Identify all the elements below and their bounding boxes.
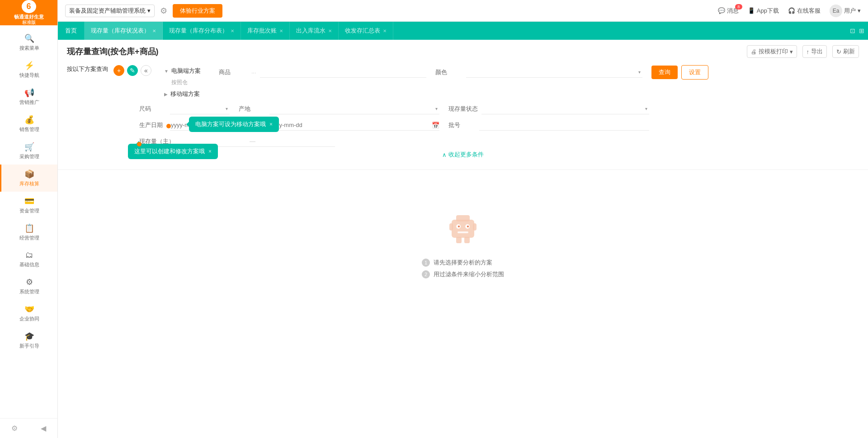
sidebar-settings-icon[interactable]: ⚙ [11,424,18,433]
tooltip1-close[interactable]: × [269,121,273,127]
enterprise-icon: 🤝 [24,304,34,314]
origin-select[interactable] [269,104,439,114]
color-select[interactable] [466,67,643,77]
export-icon: ↑ [807,48,810,55]
sidebar-item-guide[interactable]: ⚡ 快捷导航 [0,56,57,83]
chevron-down-icon: ▾ [147,7,151,14]
empty-tip-1: 1 请先选择要分析的方案 [422,259,504,267]
tab-close-icon[interactable]: ✕ [231,28,234,33]
filter-item-goods: 商品 ··· [219,65,426,80]
page-header: 现存量查询(按仓库+商品) 🖨 按模板打印 ▾ ↑ 导出 ↻ 刷新 [58,40,868,61]
scheme-desktop-group[interactable]: ▼ 电脑端方案 [160,65,204,77]
size-select[interactable] [170,104,230,114]
headset-icon: 🎧 [788,7,795,14]
refresh-btn[interactable]: ↻ 刷新 [832,45,859,58]
size-arrow-icon: ▾ [226,106,228,111]
sidebar-collapse-icon[interactable]: ◀ [41,424,46,433]
tooltip-scheme-mobile: 电脑方案可设为移动方案哦 × [189,117,279,132]
topbar: 装备及固定资产辅助管理系统 ▾ ⚙ 体验行业方案 💬 消息 8 📱 App下载 … [58,0,868,22]
tab-receive-summary[interactable]: 收发存汇总表 ✕ [339,22,393,40]
empty-illustration [440,206,486,251]
goods-dots[interactable]: ··· [251,69,256,76]
sidebar-item-purchase[interactable]: 🛒 采购管理 [0,137,57,165]
topbar-right: 💬 消息 8 📱 App下载 🎧 在线客服 Ea 用户 ▾ [718,5,861,17]
topbar-settings-icon[interactable]: ⚙ [160,6,167,16]
industry-btn[interactable]: 体验行业方案 [173,4,222,18]
scheme-edit-btn[interactable]: ✎ [127,65,138,76]
scheme-mobile-group[interactable]: ▶ 移动端方案 [160,88,204,100]
export-btn[interactable]: ↑ 导出 [802,45,827,58]
search-icon: 🔍 [24,33,34,43]
sidebar-item-finance[interactable]: 💳 资金管理 [0,192,57,219]
marketing-icon: 📢 [24,88,34,98]
stock-status-select-wrap: ▾ [481,104,649,114]
sidebar-item-enterprise[interactable]: 🤝 企业协同 [0,300,57,327]
batch-input[interactable] [479,120,649,131]
tab-inout-flow[interactable]: 出入库流水 ✕ [290,22,339,40]
logo-icon: 6 [22,0,36,13]
scheme-actions: + ✎ « [113,65,151,76]
tab-batch-ledger[interactable]: 库存批次账 ✕ [241,22,290,40]
newbie-icon: 🎓 [24,331,34,341]
sidebar: 6 畅通道好生意 标准版 🔍 搜索菜单 ⚡ 快捷导航 📢 营销推广 💰 销售管理… [0,0,58,438]
tab-home[interactable]: 首页 [58,22,85,40]
basic-icon: 🗂 [25,250,33,260]
tooltip2-close[interactable]: × [208,148,212,155]
sidebar-item-sales[interactable]: 💰 销售管理 [0,110,57,137]
sidebar-item-system[interactable]: ⚙ 系统管理 [0,273,57,300]
sidebar-item-marketing[interactable]: 📢 营销推广 [0,83,57,110]
action-btns: 查询 设置 [651,65,859,80]
system-selector[interactable]: 装备及固定资产辅助管理系统 ▾ [65,5,155,17]
content-area: 现存量查询(按仓库+商品) 🖨 按模板打印 ▾ ↑ 导出 ↻ 刷新 [58,40,868,438]
sidebar-nav: 🔍 搜索菜单 ⚡ 快捷导航 📢 营销推广 💰 销售管理 🛒 采购管理 📦 库存核… [0,25,57,418]
expand-icon-2: ▶ [164,92,168,97]
tab-close-icon[interactable]: ✕ [383,28,387,33]
tooltip-scheme-create: 这里可以创建和修改方案哦 × [128,144,218,159]
scheme-add-btn[interactable]: + [113,65,124,76]
exp-date-input[interactable] [269,120,430,130]
app-download-item[interactable]: 📱 App下载 [748,7,779,15]
svg-point-4 [458,226,460,227]
filter-item-origin: 产地 ▾ [239,104,439,114]
page-actions: 🖨 按模板打印 ▾ ↑ 导出 ↻ 刷新 [747,45,859,58]
sidebar-item-basic[interactable]: 🗂 基础信息 [0,246,57,273]
scheme-desktop-item[interactable]: 按照仓 [160,77,204,88]
tab-close-icon[interactable]: ✕ [152,28,156,33]
sidebar-item-search[interactable]: 🔍 搜索菜单 [0,29,57,56]
user-item[interactable]: Ea 用户 ▾ [830,5,861,17]
origin-arrow-icon: ▾ [435,106,438,111]
stock-main-to-input[interactable] [257,136,335,146]
filter-header-row: 按以下方案查询 + ✎ « ▼ 电脑端方案 按照仓 [67,65,859,100]
sidebar-item-operation[interactable]: 📋 经营管理 [0,219,57,246]
search-btn[interactable]: 查询 [651,66,678,79]
tab-close-icon[interactable]: ✕ [328,28,332,33]
scheme-back-btn[interactable]: « [141,65,151,76]
main-area: 装备及固定资产辅助管理系统 ▾ ⚙ 体验行业方案 💬 消息 8 📱 App下载 … [58,0,868,438]
size-select-wrap: ▾ [170,104,230,114]
stock-status-select[interactable] [481,104,649,114]
online-support-item[interactable]: 🎧 在线客服 [788,7,821,15]
content-inner: 现存量查询(按仓库+商品) 🖨 按模板打印 ▾ ↑ 导出 ↻ 刷新 [58,40,868,438]
filter-section: 按以下方案查询 + ✎ « ▼ 电脑端方案 按照仓 [58,61,868,170]
exp-date-calendar-icon[interactable]: 📅 [432,122,439,129]
tab-inventory-dist[interactable]: 现存量（库存分布表） ✕ [163,22,241,40]
page-title: 现存量查询(按仓库+商品) [67,46,159,57]
message-item[interactable]: 💬 消息 8 [718,7,739,15]
avatar: Ea [830,5,842,17]
tab-close-icon[interactable]: ✕ [279,28,283,33]
tab-expand-icon[interactable]: ⊞ [859,27,864,34]
tab-minimize-icon[interactable]: ⊡ [850,27,855,34]
tab-inventory-status[interactable]: 现存量（库存状况表） ✕ [85,22,163,40]
collapse-up-icon: ∧ [442,151,447,158]
filter-row-2: 尺码 ▾ 产地 ▾ [67,104,859,114]
filter-item-color: 颜色 ▾ [435,65,643,80]
settings-btn[interactable]: 设置 [681,65,708,80]
sales-icon: 💰 [24,115,34,125]
user-chevron-icon: ▾ [858,7,861,14]
goods-input[interactable] [260,67,426,78]
svg-rect-1 [456,215,470,221]
sidebar-item-newbie[interactable]: 🎓 新手引导 [0,327,57,354]
print-btn[interactable]: 🖨 按模板打印 ▾ [747,45,797,58]
sidebar-logo: 6 畅通道好生意 标准版 [0,0,57,25]
sidebar-item-inventory[interactable]: 📦 库存核算 [0,165,57,192]
